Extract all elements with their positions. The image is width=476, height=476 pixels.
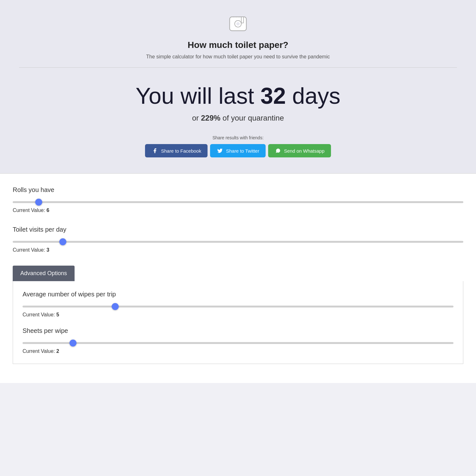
rolls-slider-wrapper (13, 199, 463, 204)
sheets-slider-section: Sheets per wipe Current Value: 2 (23, 327, 453, 354)
svg-rect-7 (241, 17, 244, 23)
rolls-slider[interactable] (13, 201, 463, 203)
sheets-slider-wrapper (23, 340, 453, 345)
share-whatsapp-label: Send on Whatsapp (284, 148, 325, 154)
rolls-slider-section: Rolls you have Current Value: 6 (13, 186, 463, 213)
result-days-suffix: days (286, 83, 340, 109)
app-subtitle: The simple calculator for how much toile… (6, 54, 470, 60)
wipes-value-display: Current Value: 5 (23, 312, 453, 318)
visits-slider[interactable] (13, 241, 463, 243)
toilet-paper-icon (227, 13, 249, 35)
visits-current-label: Current Value: (13, 247, 45, 253)
result-main: You will last 32 days (6, 83, 470, 109)
visits-current-value: 3 (46, 247, 49, 253)
visits-slider-wrapper (13, 238, 463, 244)
visits-slider-section: Toilet visits per day Current Value: 3 (13, 226, 463, 253)
whatsapp-icon (274, 147, 281, 154)
sheets-current-label: Current Value: (23, 348, 55, 354)
result-sub-prefix: or (192, 114, 201, 122)
twitter-icon (216, 147, 223, 154)
facebook-icon (151, 147, 158, 154)
share-twitter-button[interactable]: Share to Twitter (210, 144, 266, 157)
rolls-current-label: Current Value: (13, 208, 45, 213)
wipes-slider-wrapper (23, 303, 453, 309)
rolls-current-value: 6 (46, 208, 49, 213)
wipes-slider[interactable] (23, 306, 453, 307)
result-prefix: You will last (136, 83, 261, 109)
sheets-slider[interactable] (23, 342, 453, 344)
rolls-label: Rolls you have (13, 186, 463, 194)
advanced-options-label: Advanced Options (20, 270, 67, 276)
svg-point-2 (236, 22, 240, 26)
wipes-current-label: Current Value: (23, 312, 55, 317)
wipes-slider-section: Average number of wipes per trip Current… (23, 291, 453, 318)
share-facebook-button[interactable]: Share to Facebook (145, 144, 208, 157)
visits-label: Toilet visits per day (13, 226, 463, 233)
advanced-options-panel: Average number of wipes per trip Current… (13, 281, 463, 364)
app-title: How much toilet paper? (6, 40, 470, 50)
share-buttons: Share to Facebook Share to Twitter Send … (6, 144, 470, 157)
wipes-current-value: 5 (56, 312, 59, 317)
result-percentage: 229% (201, 114, 220, 122)
share-label: Share results with friends: (6, 135, 470, 140)
share-facebook-label: Share to Facebook (161, 148, 201, 154)
share-whatsapp-button[interactable]: Send on Whatsapp (268, 144, 331, 157)
share-twitter-label: Share to Twitter (226, 148, 259, 154)
advanced-options-container: Advanced Options Average number of wipes… (13, 266, 463, 364)
sheets-current-value: 2 (56, 348, 59, 354)
result-section: You will last 32 days or 229% of your qu… (6, 77, 470, 135)
wipes-label: Average number of wipes per trip (23, 291, 453, 298)
visits-value-display: Current Value: 3 (13, 247, 463, 253)
result-sub-suffix: of your quarantine (221, 114, 284, 122)
result-sub: or 229% of your quarantine (6, 114, 470, 122)
sheets-value-display: Current Value: 2 (23, 348, 453, 354)
result-days-number: 32 (261, 83, 286, 109)
main-content: Rolls you have Current Value: 6 Toilet v… (0, 174, 476, 383)
header-section: How much toilet paper? The simple calcul… (0, 0, 476, 174)
sheets-label: Sheets per wipe (23, 327, 453, 334)
rolls-value-display: Current Value: 6 (13, 208, 463, 213)
advanced-options-toggle[interactable]: Advanced Options (13, 266, 75, 281)
